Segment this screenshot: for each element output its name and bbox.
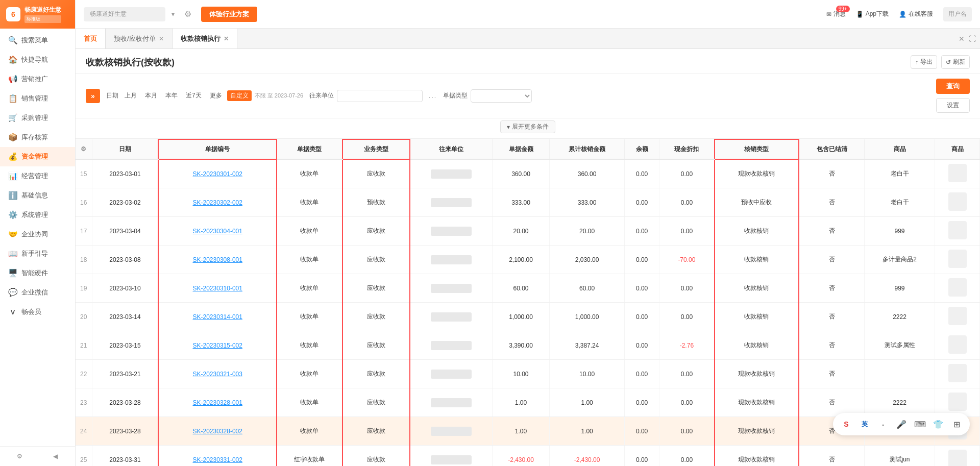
doc-no-link[interactable]: SK-20230302-002 — [193, 199, 242, 206]
message-button[interactable]: ✉ 消息 99+ — [826, 10, 846, 18]
filter-more-dots: ... — [429, 92, 437, 100]
doc-no-link[interactable]: SK-20230304-001 — [193, 228, 242, 235]
sidebar-item-shortcut[interactable]: 🏠 快捷导航 — [0, 50, 75, 69]
last-month-btn[interactable]: 上月 — [121, 90, 140, 101]
sidebar-item-member[interactable]: V 畅会员 — [0, 302, 75, 322]
grid-button[interactable]: ⊞ — [949, 417, 964, 431]
doc-no-link[interactable]: SK-20230331-002 — [193, 456, 242, 463]
partner-filter-label: 往来单位 — [309, 91, 334, 100]
doctype-filter-select[interactable] — [471, 89, 532, 103]
topbar: 畅康道好生意 ▾ ⚙ 体验行业方案 ✉ 消息 99+ 📱 App下载 👤 在线客… — [76, 0, 980, 29]
row-doc-type: 收款单 — [277, 331, 342, 360]
doc-no-link[interactable]: SK-20230308-001 — [193, 256, 242, 263]
solution-button[interactable]: 体验行业方案 — [201, 7, 257, 22]
row-date: 2023-03-10 — [92, 274, 158, 303]
sidebar-item-marketing[interactable]: 📢 营销推广 — [0, 69, 75, 89]
sidebar-item-label: 企业协同 — [21, 230, 48, 239]
shirt-button[interactable]: 👕 — [931, 417, 945, 431]
doc-no-link[interactable]: SK-20230315-002 — [193, 342, 242, 349]
filter-settings-button[interactable]: 设置 — [936, 98, 970, 113]
sidebar-item-system[interactable]: ⚙️ 系统管理 — [0, 205, 75, 225]
sidebar-item-operation[interactable]: 📊 经营管理 — [0, 166, 75, 186]
col-header-cancel-amount: 累计核销金额 — [550, 139, 625, 159]
row-no: 16 — [76, 188, 92, 217]
table-row: 18 2023-03-08 SK-20230308-001 收款单 应收款 2,… — [76, 246, 980, 274]
custom-date-btn[interactable]: 自定义 — [227, 90, 252, 101]
maximize-button[interactable]: ⛶ — [969, 35, 976, 43]
sidebar-item-label: 畅会员 — [21, 307, 41, 316]
row-discount: 0.00 — [659, 159, 714, 188]
refresh-button[interactable]: ↺ 刷新 — [941, 55, 970, 69]
row-no: 19 — [76, 274, 92, 303]
sidebar-item-wechat[interactable]: 💬 企业微信 — [0, 283, 75, 302]
row-discount: -70.00 — [659, 246, 714, 274]
row-partner — [410, 417, 492, 446]
sidebar-item-hardware[interactable]: 🖥️ 智能硬件 — [0, 263, 75, 283]
home-icon: 🏠 — [8, 55, 17, 64]
doc-no-link[interactable]: SK-20230314-001 — [193, 313, 242, 321]
row-cancel-amount: 20.00 — [550, 217, 625, 246]
doc-no-link[interactable]: SK-20230328-002 — [193, 428, 242, 435]
keyboard-button[interactable]: ⌨ — [913, 417, 927, 431]
query-button[interactable]: 查询 — [936, 79, 970, 94]
doc-no-link[interactable]: SK-20230328-001 — [193, 399, 242, 406]
row-balance: 0.00 — [625, 360, 659, 388]
row-doc-type: 收款单 — [277, 159, 342, 188]
topbar-gear-button[interactable]: ⚙ — [181, 7, 195, 21]
export-button[interactable]: ↑ 导出 — [911, 55, 937, 69]
partner-filter-input[interactable] — [337, 90, 423, 102]
sidebar-collapse-button[interactable]: ◀ — [40, 451, 71, 462]
tab-home[interactable]: 首页 — [76, 29, 106, 48]
sidebar-item-purchase[interactable]: 🛒 采购管理 — [0, 108, 75, 128]
doc-no-link[interactable]: SK-20230321-003 — [193, 371, 242, 378]
doc-no-link[interactable]: SK-20230301-002 — [193, 170, 242, 178]
filter-expand-button[interactable]: » — [86, 89, 100, 103]
row-goods-img — [935, 246, 980, 274]
row-no: 24 — [76, 417, 92, 446]
row-partner — [410, 446, 492, 467]
app-download-button[interactable]: 📱 App下载 — [856, 10, 889, 18]
sidebar-item-search[interactable]: 🔍 搜索菜单 — [0, 31, 75, 50]
sidebar-item-basic[interactable]: ℹ️ 基础信息 — [0, 186, 75, 205]
row-balance: 0.00 — [625, 388, 659, 417]
sidebar-settings-button[interactable]: ⚙ — [4, 451, 36, 462]
expand-more-button[interactable]: ▾ 展开更多条件 — [500, 120, 555, 133]
doc-no-link[interactable]: SK-20230310-001 — [193, 285, 242, 292]
this-year-btn[interactable]: 本年 — [162, 90, 181, 101]
sidebar-item-sales[interactable]: 📋 销售管理 — [0, 89, 75, 108]
more-date-btn[interactable]: 更多 — [207, 90, 225, 101]
sidebar-item-label: 搜索菜单 — [21, 36, 48, 45]
tab-cancel[interactable]: 收款核销执行 ✕ — [173, 29, 237, 48]
this-month-btn[interactable]: 本月 — [142, 90, 160, 101]
row-goods: 999 — [864, 274, 935, 303]
sales-icon: 📋 — [8, 94, 17, 103]
col-header-gear[interactable]: ⚙ — [76, 139, 92, 159]
translate-button[interactable]: 英 — [857, 417, 872, 431]
row-include-settled: 否 — [799, 303, 864, 331]
online-service-button[interactable]: 👤 在线客服 — [899, 10, 933, 18]
sidebar-item-corp[interactable]: 🤝 企业协同 — [0, 225, 75, 244]
tab-prepay-close[interactable]: ✕ — [159, 35, 164, 42]
row-goods-img — [935, 159, 980, 188]
row-doc-no: SK-20230328-002 — [158, 417, 277, 446]
row-include-settled: 否 — [799, 446, 864, 467]
col-header-goods-img: 商品 — [935, 139, 980, 159]
sogou-button[interactable]: S — [839, 417, 853, 431]
tab-prepay[interactable]: 预收/应收付单 ✕ — [106, 29, 173, 48]
float-toolbar: S 英 · 🎤 ⌨ 👕 ⊞ — [833, 413, 970, 435]
row-goods: 测试多属性 — [864, 331, 935, 360]
row-biz-type: 应收款 — [342, 159, 410, 188]
close-all-button[interactable]: ✕ — [959, 35, 965, 43]
tab-cancel-close[interactable]: ✕ — [224, 35, 229, 42]
row-no: 22 — [76, 360, 92, 388]
sidebar-item-inventory[interactable]: 📦 库存核算 — [0, 128, 75, 147]
mic-button[interactable]: 🎤 — [894, 417, 909, 431]
row-amount: 60.00 — [493, 274, 550, 303]
row-biz-type: 应收款 — [342, 417, 410, 446]
sidebar-item-guide[interactable]: 📖 新手引导 — [0, 244, 75, 263]
sidebar-item-finance[interactable]: 💰 资金管理 — [0, 147, 75, 166]
col-header-date: 日期 — [92, 139, 158, 159]
last-7days-btn[interactable]: 近7天 — [183, 90, 205, 101]
dot-button[interactable]: · — [876, 417, 890, 431]
filter-doctype-group: 单据类型 — [443, 89, 532, 103]
